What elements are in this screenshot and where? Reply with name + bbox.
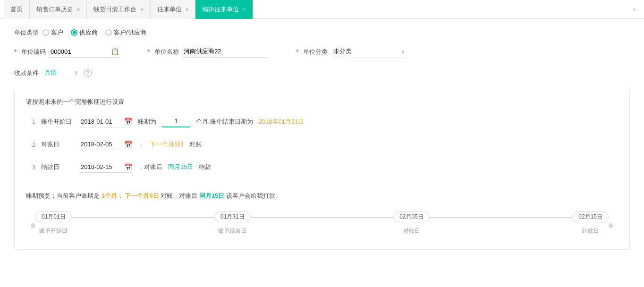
tab-home[interactable]: 首页 [4, 0, 30, 19]
tab-edit-partner[interactable]: 编辑往来单位 × [195, 0, 253, 19]
unit-category-label: 单位分类 [303, 48, 328, 56]
tab-bar: 首页 销售订单历史 × 钱货日清工作台 × 往来单位 × 编辑往来单位 × › [0, 0, 644, 19]
radio-both-label: 客户/供应商 [114, 28, 146, 37]
timeline-nodes: 01月01日 账单开始日 01月31日 账单结束日 02月05日 对账日 [35, 211, 609, 235]
payment-condition-value: 月结 [44, 68, 71, 77]
timeline-label-1: 账单开始日 [39, 227, 68, 235]
period-row-3: 3 结款日 📅 ，对账后 同月15日 结款 [26, 161, 618, 173]
tab-cash-work-label: 钱货日清工作台 [93, 5, 136, 14]
period-date-2-input[interactable] [80, 139, 122, 150]
period-cal-1-icon[interactable]: 📅 [124, 118, 132, 125]
timeline-label-3: 对账日 [403, 227, 420, 235]
period-date-3-input[interactable] [80, 161, 122, 172]
period-date-1-input[interactable] [80, 116, 122, 127]
tab-sales-history[interactable]: 销售订单历史 × [30, 0, 87, 19]
main-content: 单位类型 客户 供应商 客户/供应商 * 单位编码 [0, 19, 644, 287]
timeline-bubble-2: 01月31日 [214, 211, 251, 222]
timeline-label-2: 账单结束日 [218, 227, 246, 235]
unit-name-group: * 单位名称 [147, 46, 268, 58]
preview-text-1: 下一个月5日 [125, 192, 159, 199]
period-date-3-wrap: 📅 [80, 161, 132, 173]
payment-condition-label: 收款条件 [14, 69, 39, 77]
unit-category-group: * 单位分类 未分类 ∨ [296, 45, 407, 58]
tab-more-button[interactable]: › [628, 5, 640, 14]
period-desc-prefix-1: 账期为 [138, 118, 156, 126]
unit-type-label: 单位类型 [14, 28, 39, 37]
tab-partner-label: 往来单位 [157, 5, 182, 14]
period-value-input[interactable] [162, 116, 190, 127]
preview-section: 账期预览：当前客户账期是 1个月， 下一个月5日 对账，对账后 同月15日 该客… [26, 184, 618, 240]
timeline-start-dot [31, 223, 35, 228]
tab-cash-work[interactable]: 钱货日清工作台 × [87, 0, 150, 19]
close-cash-work-icon[interactable]: × [140, 7, 143, 12]
preview-prefix: 账期预览：当前客户账期是 [26, 192, 100, 199]
radio-supplier-circle [71, 29, 77, 36]
unit-name-star: * [147, 48, 150, 55]
close-edit-partner-icon[interactable]: × [243, 7, 246, 12]
close-partner-icon[interactable]: × [186, 7, 188, 12]
payment-condition-row: 收款条件 月结 ∨ ? [14, 67, 630, 79]
timeline-node-4: 02月15日 结款日 [572, 211, 609, 235]
panel-title: 请按照未来的一个完整帐期进行设置 [26, 98, 618, 106]
radio-customer[interactable]: 客户 [42, 28, 63, 37]
tab-edit-partner-label: 编辑往来单位 [202, 5, 239, 14]
timeline-bubble-4: 02月15日 [572, 211, 609, 222]
period-next-month-highlight: 下一个月5日 [150, 140, 184, 149]
period-end-date-1: 2018年01月31日 [259, 118, 305, 126]
timeline: 01月01日 账单开始日 01月31日 账单结束日 02月05日 对账日 [26, 211, 618, 240]
unit-category-select[interactable]: 未分类 ∨ [331, 45, 407, 58]
tab-home-label: 首页 [10, 5, 23, 14]
period-label-3: 结款日 [41, 163, 74, 171]
unit-type-row: 单位类型 客户 供应商 客户/供应商 [14, 28, 630, 37]
period-cal-3-icon[interactable]: 📅 [124, 163, 132, 171]
timeline-node-3: 02月05日 对账日 [393, 211, 430, 235]
radio-customer-label: 客户 [51, 28, 63, 37]
unit-name-input-wrap [183, 46, 268, 58]
unit-category-chevron-icon: ∨ [401, 48, 405, 55]
unit-fields-row: * 单位编码 📋 * 单位名称 * 单位分类 未分类 ∨ [14, 45, 630, 58]
payment-condition-group: 收款条件 月结 ∨ ? [14, 67, 92, 79]
timeline-end-dot [609, 223, 613, 228]
unit-code-doc-icon[interactable]: 📋 [111, 48, 119, 55]
unit-code-star: * [14, 48, 17, 55]
period-cal-2-icon[interactable]: 📅 [124, 141, 132, 148]
period-label-1: 账单开始日 [41, 118, 74, 126]
unit-code-label: 单位编码 [21, 48, 46, 56]
period-num-3: 3 [26, 164, 35, 171]
preview-text-2: 对账，对账后 [161, 192, 197, 199]
period-desc-3b: 结款 [199, 163, 211, 171]
payment-condition-chevron-icon: ∨ [74, 69, 78, 76]
period-date-1-wrap: 📅 [80, 116, 132, 127]
unit-code-input-wrap: 📋 [50, 46, 119, 58]
tab-sales-history-label: 销售订单历史 [36, 5, 73, 14]
period-desc-3a: ，对账后 [138, 163, 162, 171]
preview-text: 账期预览：当前客户账期是 1个月， 下一个月5日 对账，对账后 同月15日 该客… [26, 192, 618, 200]
preview-highlight-2: 同月15日 [199, 192, 226, 199]
timeline-bubble-3: 02月05日 [393, 211, 430, 222]
period-num-1: 1 [26, 118, 35, 125]
unit-name-input[interactable] [183, 46, 268, 57]
preview-suffix: 该客户会给我打款。 [226, 192, 281, 199]
close-sales-history-icon[interactable]: × [77, 7, 80, 12]
unit-code-input[interactable] [50, 46, 111, 57]
period-panel: 请按照未来的一个完整帐期进行设置 1 账单开始日 📅 账期为 个月,账单结束日期… [14, 88, 630, 250]
radio-both[interactable]: 客户/供应商 [105, 28, 146, 37]
period-same-month-highlight: 同月15日 [168, 163, 193, 171]
timeline-node-2: 01月31日 账单结束日 [214, 211, 251, 235]
period-label-2: 对账日 [41, 140, 74, 149]
preview-highlight-1: 1个月， [102, 192, 123, 199]
help-icon[interactable]: ? [84, 69, 92, 77]
period-row-2: 2 对账日 📅 ， 下一个月5日 对账 [26, 139, 618, 150]
radio-both-circle [105, 29, 112, 36]
unit-code-group: * 单位编码 📋 [14, 46, 119, 58]
period-desc-suffix-1: 个月,账单结束日期为 [196, 118, 253, 126]
unit-category-star: * [296, 48, 298, 55]
timeline-label-4: 结款日 [582, 227, 599, 235]
timeline-track: 01月01日 账单开始日 01月31日 账单结束日 02月05日 对账日 [35, 211, 609, 240]
period-date-2-wrap: 📅 [80, 139, 132, 150]
payment-condition-select[interactable]: 月结 ∨ [42, 67, 80, 79]
timeline-bubble-1: 01月01日 [35, 211, 72, 222]
tab-partner[interactable]: 往来单位 × [151, 0, 195, 19]
radio-supplier[interactable]: 供应商 [71, 28, 98, 37]
radio-supplier-label: 供应商 [79, 28, 98, 37]
